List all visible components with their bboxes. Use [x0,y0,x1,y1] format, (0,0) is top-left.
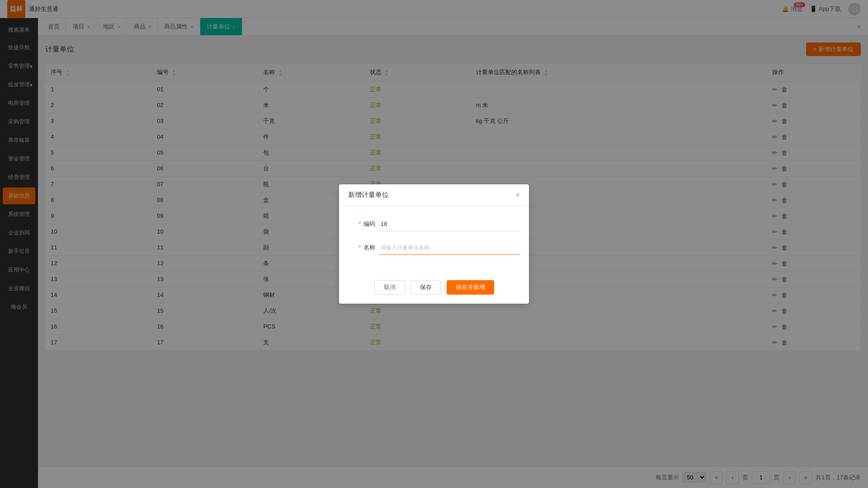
code-label: * 编码 [348,220,375,228]
form-row-code: * 编码 [348,217,520,231]
modal: 新增计量单位 × * 编码 * 名称 取消 保存 保存并新增 [339,184,529,304]
required-star: * [359,244,361,251]
modal-footer: 取消 保存 保存并新增 [339,275,529,304]
required-star: * [359,221,361,227]
save-button[interactable]: 保存 [410,280,441,295]
modal-title: 新增计量单位 [348,191,389,199]
form-row-name: * 名称 [348,240,520,255]
save-new-button[interactable]: 保存并新增 [447,280,494,295]
name-label: * 名称 [348,244,375,252]
modal-header: 新增计量单位 × [339,184,529,206]
modal-body: * 编码 * 名称 [339,206,529,275]
code-input[interactable] [379,217,520,231]
modal-overlay[interactable]: 新增计量单位 × * 编码 * 名称 取消 保存 保存并新增 [0,0,868,488]
modal-close-btn[interactable]: × [516,191,520,199]
name-input[interactable] [379,240,520,255]
cancel-button[interactable]: 取消 [374,280,405,295]
